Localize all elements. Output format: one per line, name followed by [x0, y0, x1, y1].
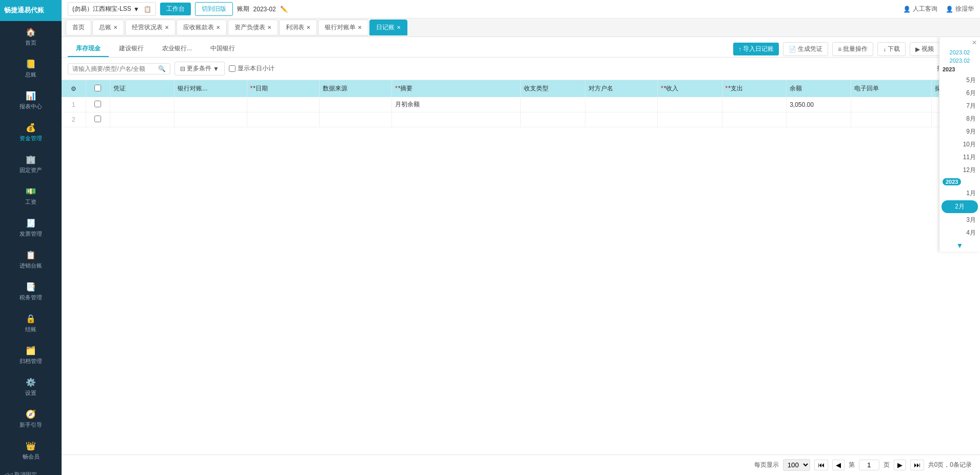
- prev-page-button[interactable]: ◀: [832, 460, 845, 470]
- month-8[interactable]: 8月: [939, 112, 980, 125]
- company-dropdown-icon: ▼: [133, 6, 140, 13]
- month-2[interactable]: 2月: [942, 200, 978, 213]
- sidebar-item-home[interactable]: 🏠 首页: [0, 21, 62, 53]
- date-panel-period-1[interactable]: 2023.02: [939, 48, 980, 56]
- row1-checkbox[interactable]: [94, 101, 101, 107]
- tab-balance[interactable]: 资产负债表 ✕: [228, 20, 278, 35]
- import-journal-button[interactable]: ↑ 导入日记账: [733, 43, 779, 55]
- sub-tab-construction[interactable]: 建设银行: [111, 41, 152, 57]
- tab-business[interactable]: 经营状况表 ✕: [125, 20, 175, 35]
- row1-voucher: [110, 97, 174, 112]
- sidebar-item-ledger[interactable]: 📒 总账: [0, 53, 62, 85]
- month-4[interactable]: 4月: [939, 226, 980, 239]
- month-6[interactable]: 6月: [939, 87, 980, 100]
- col-settings-header[interactable]: ⚙: [62, 80, 86, 97]
- sub-tab-china[interactable]: 中国银行: [202, 41, 243, 57]
- col-electronic-header: 电子回单: [851, 80, 931, 97]
- sidebar-item-guide[interactable]: 🧭 新手引导: [0, 403, 62, 435]
- support-item[interactable]: 👤 人工客询: [903, 5, 937, 13]
- payroll-icon: 💵: [26, 186, 36, 196]
- sidebar-item-fund[interactable]: 💰 资金管理: [0, 117, 62, 148]
- next-page-button[interactable]: ▶: [894, 460, 906, 470]
- download-button[interactable]: ↓ 下载: [877, 42, 906, 56]
- select-all-checkbox[interactable]: [94, 85, 101, 91]
- tax-icon: 📑: [26, 282, 36, 292]
- sidebar-collapse-btn[interactable]: ◁◁ 取消固定: [0, 467, 62, 475]
- tab-bank-close[interactable]: ✕: [358, 25, 362, 30]
- date-panel-nav-down[interactable]: ▼: [939, 239, 980, 252]
- date-panel-period-2[interactable]: 2023.02: [939, 56, 980, 65]
- row1-check[interactable]: [86, 97, 110, 112]
- sub-tab-cash[interactable]: 库存现金: [68, 41, 109, 57]
- sidebar-item-purchase[interactable]: 📋 进销台账: [0, 244, 62, 276]
- sub-tabbar: 库存现金 建设银行 农业银行... 中国银行 ↑ 导入日记账: [62, 37, 980, 58]
- row2-check[interactable]: [86, 112, 110, 127]
- row2-checkbox[interactable]: [94, 116, 101, 122]
- first-page-button[interactable]: ⏮: [814, 460, 828, 470]
- batch-op-button[interactable]: ≡ 批量操作: [832, 42, 873, 56]
- app-logo[interactable]: 畅捷通易代账: [0, 0, 62, 21]
- tab-ledger[interactable]: 总账 ✕: [92, 20, 124, 35]
- month-10[interactable]: 10月: [939, 138, 980, 151]
- tab-receivable[interactable]: 应收账款表 ✕: [177, 20, 227, 35]
- month-5[interactable]: 5月: [939, 74, 980, 87]
- company-selector[interactable]: (勿易）江西糊宝-LSS ▼ 📋: [68, 2, 156, 16]
- tab-bank[interactable]: 银行对账单 ✕: [318, 20, 368, 35]
- table-header-row: ⚙ 凭证 银行对账... **日期 数据来源 **摘要 收支类型 对方户名 **…: [62, 80, 980, 97]
- sidebar-item-archive[interactable]: 🗂️ 归档管理: [0, 339, 62, 371]
- tab-profit-close[interactable]: ✕: [306, 25, 310, 30]
- show-daily-total-checkbox[interactable]: [229, 65, 236, 72]
- tab-receivable-close[interactable]: ✕: [216, 25, 220, 30]
- collapse-label: 取消固定: [14, 471, 37, 475]
- sidebar-item-settings[interactable]: ⚙️ 设置: [0, 371, 62, 403]
- month-3[interactable]: 3月: [939, 214, 980, 226]
- month-7[interactable]: 7月: [939, 100, 980, 112]
- tab-receivable-label: 应收账款表: [183, 23, 214, 32]
- sidebar-item-close[interactable]: 🔒 结账: [0, 308, 62, 339]
- tab-business-close[interactable]: ✕: [165, 25, 169, 30]
- table-wrapper: ⚙ 凭证 银行对账... **日期 数据来源 **摘要 收支类型 对方户名 **…: [62, 80, 980, 454]
- month-11[interactable]: 11月: [939, 151, 980, 164]
- tab-bank-label: 银行对账单: [325, 23, 356, 32]
- generate-voucher-button[interactable]: 📄 生成凭证: [783, 42, 828, 56]
- sub-tab-agriculture[interactable]: 农业银行...: [154, 41, 200, 57]
- tab-journal-close[interactable]: ✕: [397, 25, 401, 30]
- user-item[interactable]: 👤 徐湿华: [946, 5, 974, 13]
- filter-button[interactable]: ⊟ 更多条件 ▼: [174, 62, 225, 75]
- sidebar-item-label: 报表中心: [19, 103, 42, 110]
- show-daily-total-label[interactable]: 显示本日小计: [229, 64, 275, 73]
- collapse-icon: ◁◁: [4, 471, 12, 475]
- tab-home[interactable]: 首页: [66, 20, 91, 35]
- col-check-header[interactable]: [86, 80, 110, 97]
- sidebar-item-vip[interactable]: 👑 畅会员: [0, 435, 62, 467]
- tab-balance-close[interactable]: ✕: [267, 25, 271, 30]
- tab-ledger-close[interactable]: ✕: [113, 25, 117, 30]
- sidebar-item-report[interactable]: 📊 报表中心: [0, 85, 62, 117]
- page-input[interactable]: [859, 460, 879, 470]
- sidebar-item-invoice[interactable]: 🧾 发票管理: [0, 212, 62, 244]
- col-party-header: 对方户名: [585, 80, 657, 97]
- date-panel-close-button[interactable]: ✕: [939, 37, 980, 48]
- import-journal-label: 导入日记账: [743, 45, 774, 53]
- video-button[interactable]: ▶ 视频: [910, 42, 939, 56]
- search-box[interactable]: 🔍: [68, 63, 170, 74]
- table-row: 2: [62, 112, 980, 127]
- period-label: 账期: [237, 5, 249, 13]
- sidebar-item-tax[interactable]: 📑 税务管理: [0, 276, 62, 308]
- generate-voucher-label: 生成凭证: [798, 45, 822, 53]
- month-1[interactable]: 1月: [939, 187, 980, 200]
- batch-icon: ≡: [838, 46, 841, 53]
- sidebar-item-asset[interactable]: 🏢 固定资产: [0, 148, 62, 180]
- switch-old-button[interactable]: 切到旧版: [195, 2, 233, 16]
- workbench-button[interactable]: 工作台: [160, 3, 191, 15]
- tab-journal[interactable]: 日记账 ✕: [369, 20, 407, 35]
- tab-profit[interactable]: 利润表 ✕: [279, 20, 317, 35]
- period-edit-icon[interactable]: ✏️: [280, 6, 288, 13]
- page-size-select[interactable]: 100 20 50 200: [783, 459, 810, 471]
- last-page-button[interactable]: ⏭: [910, 460, 924, 470]
- col-type-header: 收支类型: [521, 80, 585, 97]
- search-input[interactable]: [72, 65, 156, 72]
- month-12[interactable]: 12月: [939, 164, 980, 177]
- month-9[interactable]: 9月: [939, 125, 980, 138]
- sidebar-item-payroll[interactable]: 💵 工资: [0, 180, 62, 212]
